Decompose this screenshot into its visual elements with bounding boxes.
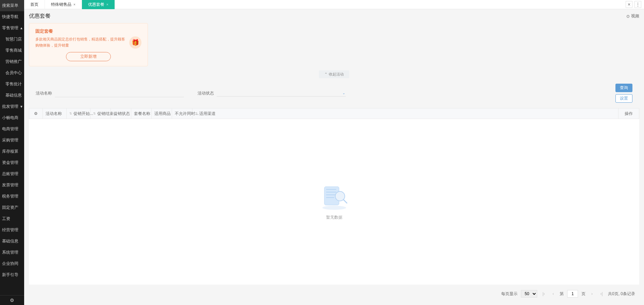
chevron-down-icon: ⌄ — [342, 91, 345, 95]
tab-home[interactable]: 首页 — [24, 0, 45, 9]
sidebar-item-invoice[interactable]: 发票管理 — [0, 180, 24, 191]
sidebar-item-marketing[interactable]: 营销推广 — [0, 56, 24, 67]
sidebar-item-retail-mall[interactable]: 零售商城 — [0, 45, 24, 56]
per-page-label: 每页显示 — [501, 291, 518, 297]
page-prefix: 第 — [560, 291, 564, 297]
filter-status-label: 活动状态 — [198, 90, 214, 96]
page-input[interactable] — [567, 290, 578, 298]
sidebar-item-retail-stats[interactable]: 零售统计 — [0, 79, 24, 90]
pagination: 每页显示 50 |‹ ‹ 第 页 › ›| 共0页, 0条记录 — [29, 287, 639, 300]
sidebar-item-inventory[interactable]: 库存核算 — [0, 146, 24, 157]
double-chevron-up-icon: ⌃ — [324, 72, 327, 77]
close-icon[interactable]: × — [106, 3, 108, 6]
promo-description: 多款相关商品固定总价打包销售，精选搭配，提升顾客购物体验，提升销量 — [35, 36, 125, 48]
activity-name-input[interactable] — [55, 89, 184, 97]
table: ⚙ 活动名称 ⇅促销开始... ⇅促销结束... 促销状态 套餐名称 适用商品 … — [29, 108, 639, 285]
sidebar-wholesale-mgmt[interactable]: 批发管理▼ — [0, 101, 24, 112]
col-promo-end[interactable]: ⇅促销结束... — [90, 108, 111, 119]
empty-illustration-icon — [319, 183, 350, 210]
col-promo-status[interactable]: 促销状态 — [111, 108, 131, 119]
prev-page-button[interactable]: ‹ — [550, 291, 556, 297]
sidebar-item-tax[interactable]: 税务管理 — [0, 191, 24, 202]
sidebar-item-member-center[interactable]: 会员中心 — [0, 67, 24, 79]
page-summary: 共0页, 0条记录 — [608, 291, 635, 297]
page-header: 优惠套餐 ⊙ 视频 — [24, 9, 644, 23]
sidebar-item-salary[interactable]: 工资 — [0, 213, 24, 224]
close-icon[interactable]: × — [73, 3, 75, 6]
sidebar-item-enterprise[interactable]: 企业协同 — [0, 258, 24, 269]
query-button[interactable]: 查询 — [615, 84, 632, 92]
tabs-close-all[interactable]: × — [626, 1, 632, 8]
sidebar-item-fixed-assets[interactable]: 固定资产 — [0, 202, 24, 213]
sidebar-item-guide[interactable]: 新手引导 — [0, 269, 24, 281]
empty-state: 暂无数据 — [29, 119, 639, 285]
page-suffix: 页 — [581, 291, 586, 297]
sidebar-search[interactable]: 搜索菜单 — [0, 0, 24, 11]
col-activity-name[interactable]: 活动名称 — [43, 108, 67, 119]
promo-card: 固定套餐 多款相关商品固定总价打包销售，精选搭配，提升顾客购物体验，提升销量 🎁… — [29, 23, 148, 66]
filter-name-label: 活动名称 — [36, 90, 52, 96]
first-page-button[interactable]: |‹ — [541, 291, 547, 297]
sidebar-item-smart-store[interactable]: 智慧门店 — [0, 34, 24, 45]
sort-icon: ⇅ — [69, 112, 72, 115]
sidebar-item-base-info[interactable]: 基础信息 — [0, 236, 24, 247]
sidebar-item-purchase[interactable]: 采购管理 — [0, 135, 24, 146]
tab-discount-bundle[interactable]: 优惠套餐× — [82, 0, 115, 9]
page-title: 优惠套餐 — [29, 13, 51, 20]
collapse-activities-button[interactable]: ⌃ 收起活动 — [319, 70, 349, 78]
gift-icon: 🎁 — [129, 36, 141, 49]
collapse-bar: ⌃ 收起活动 — [29, 70, 639, 78]
video-link[interactable]: ⊙ 视频 — [626, 13, 639, 19]
promo-title: 固定套餐 — [35, 28, 141, 34]
col-bundle-name[interactable]: 套餐名称 — [131, 108, 152, 119]
svg-line-2 — [343, 200, 347, 203]
sidebar-retail-mgmt[interactable]: 零售管理▲ — [0, 22, 24, 34]
sort-icon: ⇅ — [195, 112, 198, 115]
activity-status-select[interactable]: ⌄ — [217, 90, 346, 97]
sort-icon: ⇅ — [93, 112, 96, 115]
sidebar-quick-nav[interactable]: 快捷导航 — [0, 11, 24, 22]
col-not-allow[interactable]: 不允许同时... — [172, 108, 192, 119]
page-size-select[interactable]: 50 — [521, 290, 537, 298]
table-header: ⚙ 活动名称 ⇅促销开始... ⇅促销结束... 促销状态 套餐名称 适用商品 … — [29, 108, 639, 119]
sidebar-item-xiaochang[interactable]: 小畅电商 — [0, 112, 24, 123]
create-now-button[interactable]: 立即新增 — [66, 52, 111, 61]
sidebar-item-ecommerce[interactable]: 电商管理 — [0, 123, 24, 135]
settings-button[interactable]: 设置 — [615, 94, 632, 103]
main: 首页 特殊销售品× 优惠套餐× × ⋮ 优惠套餐 ⊙ 视频 固定套餐 — [24, 0, 644, 305]
tab-special-sales[interactable]: 特殊销售品× — [45, 0, 82, 9]
play-icon: ⊙ — [626, 14, 630, 19]
next-page-button[interactable]: › — [589, 291, 595, 297]
sidebar-item-funds[interactable]: 资金管理 — [0, 157, 24, 168]
sidebar: 搜索菜单 快捷导航 零售管理▲ 智慧门店 零售商城 营销推广 会员中心 零售统计… — [0, 0, 24, 305]
sidebar-item-basic-info[interactable]: 基础信息 — [0, 90, 24, 101]
sidebar-item-ledger[interactable]: 总账管理 — [0, 168, 24, 180]
column-settings[interactable]: ⚙ — [29, 108, 43, 119]
svg-point-0 — [322, 206, 346, 210]
sidebar-item-system[interactable]: 系统管理 — [0, 247, 24, 258]
col-applicable-goods[interactable]: 适用商品 — [152, 108, 172, 119]
filter-bar: 活动名称 活动状态 ⌄ 查询 设置 — [29, 81, 639, 105]
col-action: 操作 — [618, 108, 639, 119]
sidebar-settings[interactable]: ⚙ — [0, 295, 24, 305]
sidebar-item-operations[interactable]: 经营管理 — [0, 224, 24, 236]
gear-icon: ⚙ — [10, 298, 14, 303]
col-channel[interactable]: ⇅适用渠道 — [192, 108, 618, 119]
caret-down-icon: ▼ — [20, 105, 23, 108]
tab-bar: 首页 特殊销售品× 优惠套餐× × ⋮ — [24, 0, 644, 9]
gear-icon: ⚙ — [34, 111, 38, 116]
empty-text: 暂无数据 — [326, 215, 342, 220]
last-page-button[interactable]: ›| — [598, 291, 605, 297]
caret-up-icon: ▲ — [20, 26, 23, 30]
tabs-more[interactable]: ⋮ — [634, 1, 641, 8]
col-promo-start[interactable]: ⇅促销开始... — [67, 108, 90, 119]
